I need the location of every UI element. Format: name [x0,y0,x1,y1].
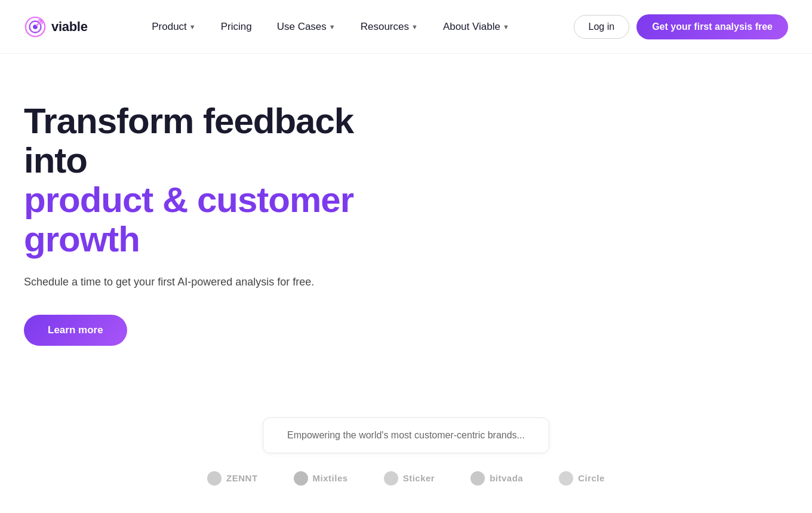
brand-dot-icon [294,471,308,486]
brand-dot-icon [384,471,398,486]
nav-button-product[interactable]: Product ▼ [141,16,206,38]
chevron-down-icon: ▼ [411,23,418,30]
brand-name-sticker: Sticker [403,473,435,483]
brand-logo-circle: Circle [559,471,605,486]
nav-item-pricing[interactable]: Pricing [210,16,263,38]
nav-button-about[interactable]: About Viable ▼ [432,16,520,38]
viable-logo-icon [24,16,47,38]
chevron-down-icon: ▼ [329,23,336,30]
learn-more-button[interactable]: Learn more [24,315,127,346]
chevron-down-icon: ▼ [503,23,509,30]
chevron-down-icon: ▼ [189,23,196,30]
hero-subtitle: Schedule a time to get your first AI-pow… [24,274,346,291]
brand-logo-bitvada: bitvada [470,471,523,486]
brands-logos: ZENNT Mixtiles Sticker bitvada Circle [207,471,605,486]
hero-heading-line2: product & customer growth [24,180,353,259]
login-button[interactable]: Log in [574,15,630,39]
nav-item-about[interactable]: About Viable ▼ [432,16,520,38]
brand-dot-icon [207,471,222,486]
brand-name-mixtiles: Mixtiles [313,473,348,483]
nav-item-resources[interactable]: Resources ▼ [350,16,429,38]
nav-actions: Log in Get your first analysis free [574,14,788,39]
brand-logo-zennt: ZENNT [207,471,258,486]
brand-name-zennt: ZENNT [226,473,258,483]
nav-button-resources[interactable]: Resources ▼ [350,16,429,38]
logo-link[interactable]: viable [24,16,88,38]
hero-heading: Transform feedback into product & custom… [24,102,394,259]
nav-item-product[interactable]: Product ▼ [141,16,206,38]
hero-content: Transform feedback into product & custom… [0,54,418,382]
main-nav: viable Product ▼ Pricing Use Cases ▼ Res… [0,0,812,54]
logo-text: viable [51,19,88,35]
hero-section: Transform feedback into product & custom… [0,54,812,382]
nav-button-pricing[interactable]: Pricing [210,16,263,38]
brand-dot-icon [470,471,485,486]
hero-heading-line1: Transform feedback into [24,101,353,180]
brand-name-bitvada: bitvada [490,473,523,483]
brand-logo-sticker: Sticker [384,471,435,486]
get-analysis-button[interactable]: Get your first analysis free [636,14,788,39]
brands-tagline: Empowering the world's most customer-cen… [263,417,549,453]
nav-item-use-cases[interactable]: Use Cases ▼ [266,16,346,38]
nav-links: Product ▼ Pricing Use Cases ▼ Resources … [141,16,520,38]
brand-logo-mixtiles: Mixtiles [294,471,348,486]
brand-name-circle: Circle [578,473,605,483]
brands-section: Empowering the world's most customer-cen… [0,417,812,509]
nav-button-use-cases[interactable]: Use Cases ▼ [266,16,346,38]
brand-dot-icon [559,471,573,486]
